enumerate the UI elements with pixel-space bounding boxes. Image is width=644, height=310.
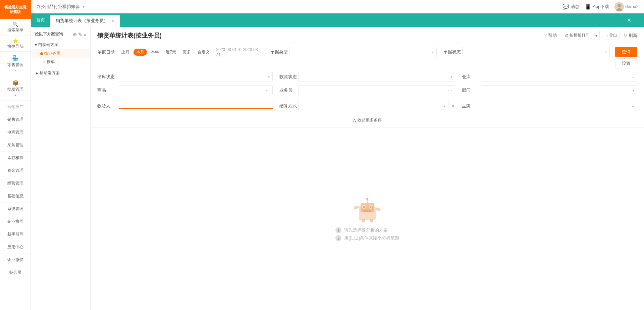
sidebar-item-purchase[interactable]: 采购管理 (0, 139, 31, 152)
logo-text: 畅捷通好生意 标筑版 (4, 5, 26, 14)
page-header: 销货单统计表(按业务员) ? 帮助 🖨 按模板打印 ▾ (91, 27, 644, 43)
add-scheme-btn[interactable]: ⊕ (73, 32, 77, 37)
out-status-chevron: ▾ (268, 75, 270, 79)
collapse-panel-btn[interactable]: « (84, 32, 86, 37)
export-group: ↑ 导出 (604, 31, 620, 40)
empty-state: 1 请先选择要分析的方案 2 用[过滤]条件来缩小分析范围 (91, 127, 644, 310)
edit-scheme-btn[interactable]: ✎ (78, 32, 82, 37)
scheme-by-salesperson[interactable]: 按业务员 (31, 49, 90, 58)
sidebar: 畅捷通好生意 标筑版 🔍 搜索菜单 ⭐ 快捷导航 🏪 零售管理 ▾ 📦 批发管理… (0, 0, 31, 310)
sidebar-item-sales[interactable]: 销售管理 (0, 113, 31, 126)
query-buttons: 查询 设置 (615, 47, 637, 68)
mobile-chevron: ▸ (36, 71, 38, 75)
date-pill-thisyear[interactable]: 本年 (148, 49, 162, 56)
query-btn[interactable]: 查询 (615, 47, 637, 57)
print-export-group: 🖨 按模板打印 ▾ (561, 31, 600, 40)
pc-scheme-title[interactable]: ▾ 电脑端方案 (31, 41, 90, 49)
dept-select[interactable]: ▾ (481, 85, 637, 95)
doc-status-chevron: ▾ (605, 50, 607, 54)
sidebar-item-marketing[interactable]: 营销推广 (0, 101, 31, 113)
sidebar-item-retail[interactable]: 🏪 零售管理 ▾ (0, 52, 31, 76)
doc-type-select[interactable]: ▾ (289, 47, 437, 57)
print-icon: 🖨 (565, 33, 569, 38)
consignee-dots[interactable]: ··· (269, 109, 273, 113)
export-btn[interactable]: ↑ 导出 (604, 31, 619, 40)
date-pill-custom[interactable]: 自定义 (195, 49, 212, 56)
print-dropdown-btn[interactable]: ▾ (593, 32, 599, 39)
svg-rect-14 (362, 219, 365, 222)
dept-label: 部门 (462, 87, 481, 93)
sidebar-item-appcenter[interactable]: 应用中心 (0, 241, 31, 254)
collapse-row: ⋀ 收起更多条件 (97, 116, 637, 124)
sidebar-item-basic[interactable]: 基础信息 (0, 190, 31, 203)
help-btn[interactable]: ? 帮助 (544, 33, 557, 39)
doc-type-label: 单据类型 (270, 49, 289, 55)
app-logo[interactable]: 畅捷通好生意 标筑版 (0, 0, 31, 19)
avatar (614, 2, 624, 11)
topbar-title: 办公用品行业模拟账套 (36, 4, 80, 10)
tab-close-btn[interactable]: ✕ (111, 18, 115, 23)
collapse-btn[interactable]: ⋀ 收起更多条件 (353, 117, 382, 123)
mobile-scheme-group: ▸ 移动端方案 (31, 67, 90, 79)
salesperson-select[interactable]: ··· (298, 85, 455, 95)
settlement-select[interactable]: ▾ (298, 101, 448, 111)
svg-rect-11 (375, 207, 381, 211)
right-panel: 销货单统计表(按业务员) ? 帮助 🖨 按模板打印 ▾ (91, 27, 644, 310)
topbar-dropdown-icon[interactable]: ▾ (83, 4, 85, 9)
empty-step-1: 1 请先选择要分析的方案 (335, 227, 399, 233)
settlement-clear-btn[interactable]: ✕ (451, 104, 455, 108)
sidebar-item-inventory[interactable]: 库存核算 (0, 152, 31, 164)
tab-sales-stats[interactable]: 销货单统计表（按业务员） ✕ (50, 15, 120, 27)
sidebar-item-operations[interactable]: 经营管理 (0, 177, 31, 190)
date-pill-thismonth[interactable]: 本月 (133, 49, 147, 56)
warehouse-select[interactable]: ··· (481, 72, 637, 82)
date-label: 单据日期 (97, 49, 119, 55)
sidebar-item-wechat[interactable]: 企业微信 (0, 254, 31, 266)
salesperson-dots: ··· (448, 88, 452, 93)
date-pills: 上月 本月 本年 近7天 更多 自定义 2023-03-01 至 2023-03… (119, 47, 264, 57)
svg-rect-10 (354, 205, 359, 210)
page-title: 销货单统计表(按业务员) (97, 32, 162, 40)
pay-status-chevron: ▾ (450, 75, 452, 79)
left-panel: 按以下方案查询 ⊕ ✎ « ▾ 电脑端方案 按业务员 ≡ 按单 (31, 27, 91, 310)
sidebar-item-wholesale[interactable]: 📦 批发管理 ▴ (0, 76, 31, 101)
message-btn[interactable]: 💬 消息 (562, 3, 579, 10)
svg-point-13 (366, 198, 368, 200)
sidebar-item-member[interactable]: 畅会员 (0, 266, 31, 279)
product-label: 商品 (97, 87, 119, 93)
print-btn[interactable]: 🖨 按模板打印 (561, 31, 593, 40)
sidebar-item-system[interactable]: 系统管理 (0, 203, 31, 215)
tab-fullscreen-icon[interactable]: ⛶ (637, 17, 641, 23)
date-pill-7days[interactable]: 近7天 (163, 49, 179, 56)
sidebar-item-cooperation[interactable]: 企业协同 (0, 215, 31, 228)
settlement-label: 结算方式 (279, 103, 298, 109)
mobile-scheme-title[interactable]: ▸ 移动端方案 (31, 68, 90, 78)
sidebar-item-ecommerce[interactable]: 电商管理 (0, 126, 31, 139)
brand-select[interactable]: ··· (481, 101, 637, 111)
doc-status-select[interactable]: ▾ (462, 47, 610, 57)
out-status-select[interactable]: ▾ (119, 72, 273, 82)
sidebar-search[interactable]: 🔍 搜索菜单 (0, 19, 31, 36)
date-pill-more[interactable]: 更多 (180, 49, 194, 56)
app-download-btn[interactable]: 📱 App下载 (585, 3, 609, 10)
svg-rect-9 (363, 210, 371, 212)
sidebar-item-finance[interactable]: 资金管理 (0, 164, 31, 177)
svg-point-8 (370, 206, 372, 208)
scheme-by-order[interactable]: ≡ 按单 (31, 58, 90, 66)
tab-close-window-icon[interactable]: ✕ (627, 17, 631, 23)
pay-status-select[interactable]: ▾ (298, 72, 455, 82)
user-btn[interactable]: demo2 (614, 2, 639, 11)
pc-scheme-group: ▾ 电脑端方案 按业务员 ≡ 按单 (31, 39, 90, 67)
svg-point-7 (363, 206, 365, 208)
left-panel-title: 按以下方案查询 ⊕ ✎ « (31, 30, 90, 39)
consignee-input[interactable] (119, 99, 273, 109)
setting-btn[interactable]: 设置 (615, 58, 637, 68)
doc-type-chevron: ▾ (432, 50, 434, 54)
product-select[interactable]: ··· (119, 85, 273, 95)
tab-home[interactable]: 首页 (31, 13, 50, 27)
sidebar-item-guide[interactable]: 新手引导 (0, 228, 31, 241)
date-pill-lastmonth[interactable]: 上月 (119, 49, 132, 56)
refresh-btn[interactable]: ↻ 刷新 (624, 33, 637, 39)
doc-status-label: 单据状态 (443, 49, 462, 55)
sidebar-quicknav[interactable]: ⭐ 快捷导航 (0, 36, 31, 52)
